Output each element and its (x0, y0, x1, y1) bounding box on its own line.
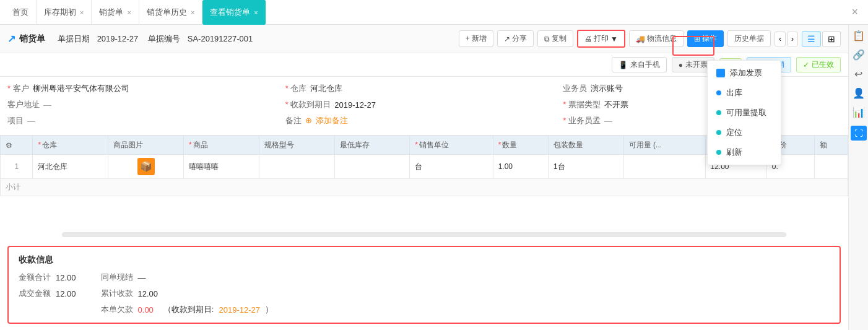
row-product-image: 📦 (108, 155, 184, 179)
row-amount (814, 155, 848, 179)
row-model (259, 155, 334, 179)
doc-date-field: 单据日期 2019-12-27 (58, 33, 138, 45)
doc-number-field: 单据编号 SA-20191227-001 (148, 33, 253, 45)
col-sales-unit: *销售单位 (410, 136, 493, 155)
share-icon: ↗ (504, 35, 510, 43)
dropdown-locate[interactable]: 定位 (708, 123, 781, 142)
locate-icon (716, 130, 721, 135)
project-field: 项目 — (7, 115, 285, 126)
refresh-icon (716, 150, 721, 155)
row-min-stock (334, 155, 410, 179)
tab-close-history[interactable]: × (191, 9, 194, 16)
col-amount: 额 (814, 136, 848, 155)
document-meta: 单据日期 2019-12-27 单据编号 SA-20191227-001 (58, 33, 459, 45)
col-warehouse: *仓库 (33, 136, 108, 155)
grid-view-button[interactable]: ⊞ (822, 31, 841, 47)
tab-inventory-init[interactable]: 库存期初 × (37, 0, 92, 25)
dropdown-outbound[interactable]: 出库 (708, 83, 781, 103)
address-field: 客户地址 — (7, 99, 285, 110)
list-view-button[interactable]: ☰ (802, 31, 821, 47)
gear-icon[interactable]: ⚙ (6, 141, 12, 150)
row-available (623, 155, 705, 179)
document-header: ↗ 销货单 单据日期 2019-12-27 单据编号 SA-20191227-0… (0, 25, 848, 53)
tab-view-sales[interactable]: 查看销货单 × (202, 0, 266, 25)
effective-icon: ✓ (803, 61, 809, 69)
sidebar-user-icon[interactable]: 👤 (853, 87, 865, 99)
sidebar-return-icon[interactable]: ↩ (854, 68, 862, 80)
row-pack-qty: 1台 (548, 155, 623, 179)
payment-col-left: 金额合计 12.00 成交金额 12.00 (19, 272, 76, 315)
tab-sales-order[interactable]: 销货单 × (92, 0, 139, 25)
col-model: 规格型号 (259, 136, 334, 155)
col-product: *商品 (184, 136, 259, 155)
due-item: 本单欠款 0.00 （收款到期日: 2019-12-27 ） (101, 304, 273, 315)
sales-emp-field: * 业务员孟 — (563, 115, 841, 126)
payment-date-field: * 收款到期日 2019-12-27 (285, 99, 563, 110)
col-pack-qty: 包装数量 (548, 136, 623, 155)
dropdown-add-invoice[interactable]: 添加发票 (708, 63, 781, 83)
add-remark-button[interactable]: ⊕ 添加备注 (305, 115, 349, 126)
row-quantity: 1.00 (493, 155, 548, 179)
cumulative-item: 累计收款 12.00 (101, 288, 273, 299)
new-button[interactable]: + 新增 (459, 30, 493, 47)
operations-dropdown: 添加发票 出库 可用量提取 定位 刷新 (707, 60, 781, 165)
logistics-button[interactable]: 🚚 物流信息 (629, 30, 684, 47)
nav-arrows: ‹ › (775, 32, 798, 46)
sidebar-doc-icon[interactable]: 📋 (853, 30, 865, 41)
col-available: 可用量 (... (623, 136, 705, 155)
next-arrow[interactable]: › (787, 32, 798, 46)
view-toggle: ☰ ⊞ (802, 31, 841, 47)
col-quantity: *数量 (493, 136, 548, 155)
payment-rows: 金额合计 12.00 成交金额 12.00 同单现结 — 累计收款 (19, 272, 830, 315)
dropdown-available-extract[interactable]: 可用量提取 (708, 103, 781, 123)
outbound-icon (716, 90, 721, 95)
payment-info-box: 收款信息 金额合计 12.00 成交金额 12.00 同单现结 — (7, 246, 841, 324)
transaction-item: 成交金额 12.00 (19, 288, 76, 299)
ticket-type-field: * 票据类型 不开票 (563, 99, 841, 110)
add-invoice-icon (716, 69, 725, 77)
doc-type-icon: ↗ (7, 33, 15, 45)
operations-icon: ⊞ (694, 35, 700, 43)
tab-sales-history[interactable]: 销货单历史 × (139, 0, 202, 25)
tab-bar: 首页 库存期初 × 销货单 × 销货单历史 × 查看销货单 × × (0, 0, 868, 25)
sidebar-link-icon[interactable]: 🔗 (853, 49, 865, 61)
tab-close-view[interactable]: × (254, 9, 258, 16)
row-sales-unit: 台 (410, 155, 493, 179)
dropdown-refresh[interactable]: 刷新 (708, 142, 781, 162)
row-product: 嘻嘻嘻嘻 (184, 155, 259, 179)
add-remark-icon: ⊕ (305, 116, 312, 125)
print-button[interactable]: 🖨 打印 ▼ (577, 30, 625, 48)
print-icon: 🖨 (584, 35, 592, 43)
sidebar-expand-icon[interactable]: ⛶ (851, 126, 867, 141)
total-amount-item: 金额合计 12.00 (19, 272, 76, 283)
prev-arrow[interactable]: ‹ (775, 32, 786, 46)
employee-field: 业务员 演示账号 (563, 83, 841, 94)
operations-button[interactable]: ⊞ 操作 (687, 30, 724, 47)
copy-button[interactable]: ⧉ 复制 (537, 30, 573, 47)
warehouse-field: * 仓库 河北仓库 (285, 83, 563, 94)
row-warehouse: 河北仓库 (33, 155, 108, 179)
right-sidebar: 📋 🔗 ↩ 👤 📊 ⛶ (848, 25, 868, 330)
tab-close-sales[interactable]: × (127, 9, 131, 16)
from-phone-button[interactable]: 📱 来自手机 (612, 57, 667, 72)
sidebar-chart-icon[interactable]: 📊 (853, 106, 865, 118)
circle-icon: ● (679, 61, 683, 69)
tab-home[interactable]: 首页 (5, 0, 37, 25)
horizontal-scrollbar[interactable] (0, 230, 848, 240)
row-index: 1 (1, 155, 33, 179)
tab-close-inventory[interactable]: × (80, 9, 84, 16)
col-min-stock: 最低库存 (334, 136, 410, 155)
document-title: ↗ 销货单 (7, 33, 45, 45)
share-button[interactable]: ↗ 分享 (497, 30, 534, 47)
payment-col-right: 同单现结 — 累计收款 12.00 本单欠款 0.00 （收款到期日: 2019… (101, 272, 273, 315)
col-settings[interactable]: ⚙ (1, 136, 33, 155)
remark-field: 备注 ⊕ 添加备注 (285, 115, 563, 126)
window-close-button[interactable]: × (846, 6, 863, 19)
subtotal-row: 小计 (1, 179, 848, 196)
col-product-image: 商品图片 (108, 136, 184, 155)
payment-info-title: 收款信息 (19, 254, 830, 266)
effective-badge[interactable]: ✓ 已生效 (796, 57, 841, 72)
history-button[interactable]: 历史单据 (727, 30, 771, 47)
available-icon (716, 110, 721, 115)
subtotal-label: 小计 (1, 179, 848, 196)
